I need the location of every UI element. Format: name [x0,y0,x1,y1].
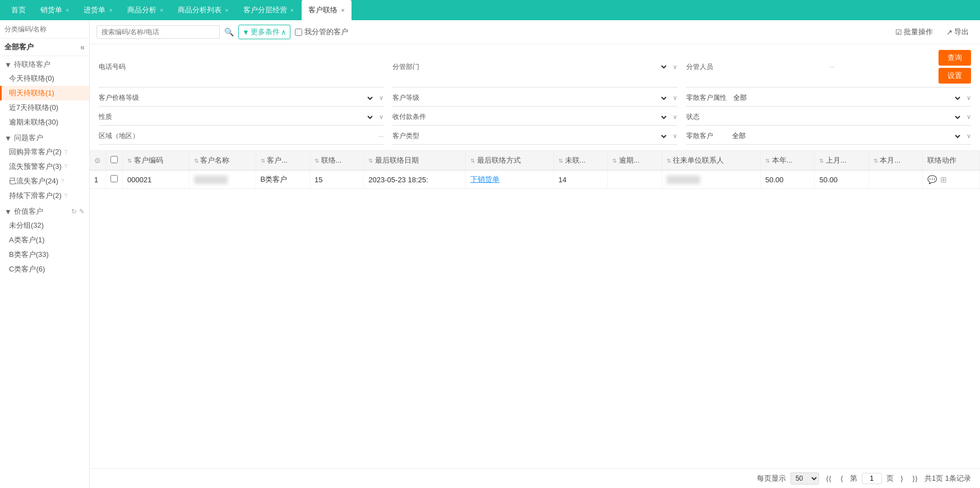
nav-sales-order[interactable]: 销货单 × [34,0,76,20]
filter-icon: ▼ [242,28,249,36]
table-row: 1 000021 Ea B类客户 15 2023-05-23 18:25: 下销… [90,171,980,189]
close-icon[interactable]: × [225,7,228,13]
status-select[interactable] [730,113,962,122]
sidebar-item-tomorrow-pending[interactable]: 明天待联络(1) [0,86,89,100]
page-nav-first[interactable]: ⟨⟨ [824,473,834,484]
chevron-down-icon: ∨ [673,113,677,121]
close-icon[interactable]: × [66,7,69,13]
row-last-contact-method: 下销货单 [465,171,553,189]
nav-product-analysis[interactable]: 商品分析 × [121,0,170,20]
group-value-customers[interactable]: ▼ 价值客户 ↻ ✎ [0,203,89,218]
col-overdue: ⇅ 逾期... [608,151,662,171]
chevron-down-icon: ∨ [967,113,971,121]
row-checkbox[interactable] [110,175,118,182]
filter-bar: 🔍 ▼ 更多条件 ∧ 我分管的客户 ☑ 批量操作 ↗ 导出 [90,20,980,44]
close-icon[interactable]: × [290,7,294,13]
sidebar-item-today-pending[interactable]: 今天待联络(0) [0,71,89,86]
sidebar-item-overdue-contact[interactable]: 逾期未联络(30) [0,115,89,130]
nav-customer-contact[interactable]: 客户联络 × [302,0,351,20]
sidebar-item-churned[interactable]: 已流失客户(24) ? [0,174,89,188]
sidebar-item-ungrouped[interactable]: 未分组(32) [0,218,89,233]
close-icon[interactable]: × [109,7,112,13]
filter-manager: 分管人员 ··· 查询 设置 [686,50,971,88]
dept-select[interactable] [436,62,668,71]
phone-input[interactable] [142,63,383,71]
customer-type-select[interactable] [436,132,668,141]
row-related-contact [662,171,760,189]
col-not-contacted: ⇅ 未联... [553,151,607,171]
per-page-select[interactable]: 50 100 200 [791,472,819,485]
filter-region: 区域（地区） ··· [99,131,383,145]
collapse-icon[interactable]: « [80,43,85,52]
search-button[interactable]: 🔍 [224,27,234,36]
customer-table: ⚙ ⇅ 客户编码 ⇅ 客户名称 ⇅ 客户... ⇅ 联络... ⇅ 最后联络日期… [90,151,980,189]
chevron-down-icon: ∨ [673,132,677,140]
col-customer-code: ⇅ 客户编码 [123,151,189,171]
col-settings[interactable]: ⚙ [90,151,106,171]
sidebar-item-c-class[interactable]: C类客户(6) [0,262,89,277]
customer-grade-select[interactable] [436,94,668,103]
sidebar-item-repurchase-abnormal[interactable]: 回购异常客户(2) ? [0,145,89,159]
row-last-month: 50.00 [815,171,868,189]
page-nav-last[interactable]: ⟩⟩ [910,473,920,484]
col-last-contact-date: ⇅ 最后联络日期 [364,151,466,171]
advanced-filter-panel: 电话号码 分管部门 ∨ 分管人员 ··· 查询 设置 客户价格等级 ∨ [90,44,980,151]
chevron-down-icon: ∨ [967,94,971,102]
page-nav-prev[interactable]: ⟨ [838,473,845,484]
nav-home[interactable]: 首页 [4,0,33,20]
query-button[interactable]: 查询 [939,50,971,66]
filter-customer-grade: 客户等级 ∨ [392,93,677,107]
batch-ops-icon: ☑ [895,28,902,36]
filter-nature: 性质 ∨ [99,112,383,126]
refresh-icon[interactable]: ↻ [71,208,77,215]
price-grade-select[interactable] [144,94,375,103]
more-conditions-button[interactable]: ▼ 更多条件 ∧ [238,25,290,39]
row-contacts: 15 [309,171,363,189]
retail-attr-select[interactable] [751,94,962,103]
grid-icon[interactable]: ⊞ [940,175,947,184]
group-problem-customers[interactable]: ▼ 问题客户 [0,130,89,145]
row-customer-code: 000021 [123,171,189,189]
group-pending-contact[interactable]: ▼ 待联络客户 [0,56,89,71]
more-icon[interactable]: ··· [829,63,834,70]
nav-product-analysis-list[interactable]: 商品分析列表 × [171,0,235,20]
row-not-contacted: 14 [553,171,607,189]
filter-payment-terms: 收付款条件 ∨ [392,112,677,126]
payment-terms-select[interactable] [436,113,668,122]
nature-select[interactable] [142,113,375,122]
nav-customer-layered[interactable]: 客户分层经营 × [237,0,301,20]
chat-icon[interactable]: 💬 [927,175,937,184]
col-actions: 联络动作 [923,151,980,171]
close-icon[interactable]: × [341,7,344,13]
footer: 每页显示 50 100 200 ⟨⟨ ⟨ 第 页 ⟩ ⟩⟩ 共1页 1条记录 [90,468,980,488]
table-container: ⚙ ⇅ 客户编码 ⇅ 客户名称 ⇅ 客户... ⇅ 联络... ⇅ 最后联络日期… [90,151,980,468]
sidebar-item-b-class[interactable]: B类客户(33) [0,247,89,262]
my-customers-check[interactable] [295,29,302,36]
select-all-checkbox[interactable] [110,156,118,163]
sidebar-search-input[interactable] [4,25,89,33]
batch-ops-button[interactable]: ☑ 批量操作 [891,25,937,39]
contact-method-link[interactable]: 下销货单 [470,175,500,183]
more-icon[interactable]: ··· [378,133,383,140]
sidebar-item-churn-warning[interactable]: 流失预警客户(3) ? [0,159,89,174]
page-nav-next[interactable]: ⟩ [898,473,905,484]
nav-purchase-order[interactable]: 进货单 × [77,0,119,20]
close-icon[interactable]: × [160,7,163,13]
settings-button[interactable]: 设置 [939,68,971,84]
sidebar-item-7days-pending[interactable]: 近7天待联络(0) [0,100,89,115]
arrow-icon: ▼ [4,208,12,216]
search-input[interactable] [96,25,220,39]
sidebar-item-a-class[interactable]: A类客户(1) [0,233,89,247]
my-customers-checkbox[interactable]: 我分管的客户 [295,27,348,37]
col-customer-type: ⇅ 客户... [256,151,309,171]
row-last-contact-date: 2023-05-23 18:25: [364,171,466,189]
export-icon: ↗ [946,28,953,36]
sidebar-item-declining[interactable]: 持续下滑客户(2) ? [0,188,89,203]
sidebar-search-area: 🔍 [0,20,89,39]
page-input[interactable] [862,473,882,484]
filter-customer-type: 客户类型 ∨ [392,131,677,145]
export-button[interactable]: ↗ 导出 [942,25,973,39]
arrow-icon: ▼ [4,134,12,142]
retail-customer-select[interactable] [750,132,962,141]
edit-icon[interactable]: ✎ [79,208,85,215]
